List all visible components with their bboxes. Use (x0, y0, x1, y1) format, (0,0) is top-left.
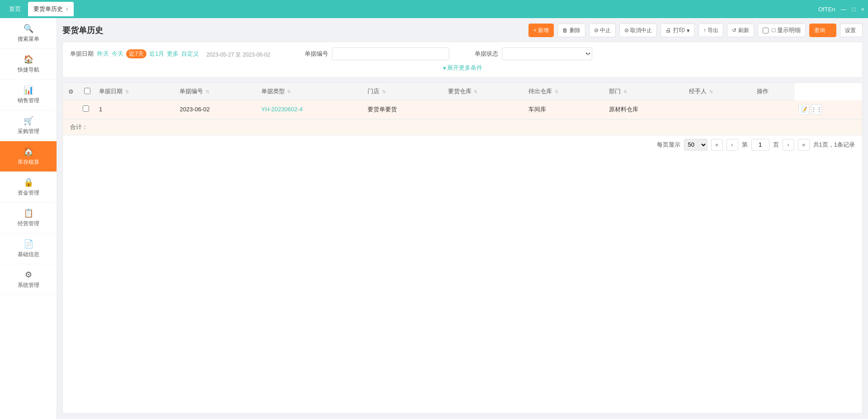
sidebar-item-sales[interactable]: 📊 销售管理 (0, 80, 57, 110)
doc-number-input[interactable] (332, 48, 449, 60)
col-handler: 经手人 ⇅ (685, 83, 753, 100)
print-button[interactable]: 🖨 打印 ▾ (660, 24, 695, 37)
footer-summary: 合计： (63, 119, 862, 135)
sidebar-item-basic-info[interactable]: 📄 基础信息 (0, 233, 57, 264)
last-page-btn[interactable]: » (798, 139, 810, 151)
date-range-text: 2023-05-27 至 2023-06-02 (206, 51, 270, 59)
filter-area: 单据日期 昨天 今天 近7天 近1月 更多 自定义 2023-05-27 至 2… (62, 42, 863, 78)
summary-label: 合计： (70, 124, 88, 130)
date-filter-label: 单据日期 (70, 50, 94, 58)
close-btn[interactable]: × (861, 6, 864, 13)
row-edit-btn[interactable]: 📝 (798, 104, 809, 115)
col-doc-number-label: 单据编号 (179, 88, 203, 95)
tab-home-label: 首页 (9, 5, 21, 13)
row-checkbox[interactable] (83, 105, 89, 112)
settings-button[interactable]: 设置 (840, 24, 863, 37)
expand-chevron-icon: ▾ (443, 65, 446, 71)
delete-button[interactable]: 🗑 删除 (557, 24, 585, 37)
table-body: 1 2023-06-02 YH-20230602-4 要货单要货 (63, 100, 862, 119)
status-dropdown-icon: ▾ (587, 51, 590, 57)
next-page-btn[interactable]: › (783, 139, 794, 151)
data-table: ⚙ 单据日期 ⇅ 单据编号 ⇅ (63, 83, 862, 119)
row-action-cell: 📝 ⋮⋮ (795, 100, 862, 119)
tab-close-icon[interactable]: × (66, 6, 68, 12)
row-settings-cell (63, 100, 79, 119)
sidebar-item-operations[interactable]: 📋 经营管理 (0, 203, 57, 233)
col-checkbox (79, 83, 95, 100)
settings-col-icon[interactable]: ⚙ (68, 88, 74, 95)
col-handler-sort-icon[interactable]: ⇅ (709, 89, 713, 94)
col-action-label: 操作 (757, 88, 769, 95)
status-label: 单据状态 (475, 50, 498, 58)
date-shortcut-1month[interactable]: 近1月 (149, 50, 164, 58)
current-page-input[interactable] (751, 139, 769, 151)
maximize-btn[interactable]: □ (852, 6, 856, 13)
col-store-sort-icon[interactable]: ⇅ (382, 89, 386, 94)
minimize-btn[interactable]: — (841, 6, 847, 13)
col-req-warehouse-sort-icon[interactable]: ⇅ (474, 89, 477, 94)
show-detail-checkbox[interactable] (763, 28, 769, 33)
export-button[interactable]: ↑ 导出 (698, 24, 723, 37)
date-shortcut-today[interactable]: 今天 (112, 50, 123, 58)
select-all-checkbox[interactable] (84, 88, 90, 94)
stop-button[interactable]: ⊘ 中止 (589, 24, 616, 37)
col-doc-number-sort-icon[interactable]: ⇅ (206, 89, 209, 94)
expand-more-btn[interactable]: ▾ 展开更多条件 (443, 64, 482, 72)
col-doc-type: 单据类型 ⇅ (258, 83, 364, 100)
refresh-button[interactable]: ↺ 刷新 (727, 24, 754, 37)
col-doc-date-sort-icon[interactable]: ⇅ (125, 89, 129, 94)
sidebar-item-quick-nav[interactable]: 🏠 快捷导航 (0, 49, 57, 80)
print-arrow-icon: ▾ (687, 27, 690, 34)
row-more-btn[interactable]: ⋮⋮ (811, 104, 822, 115)
col-doc-type-sort-icon[interactable]: ⇅ (287, 89, 291, 94)
row-doc-number-link[interactable]: YH-20230602-4 (261, 106, 303, 113)
col-req-warehouse-label: 要货仓库 (448, 88, 472, 95)
per-page-select[interactable]: 50 10 20 100 (684, 139, 708, 151)
gear-icon: ⚙ (25, 270, 32, 280)
date-shortcut-yesterday[interactable]: 昨天 (97, 50, 109, 58)
row-doc-type: 要货单要货 (368, 106, 397, 113)
filter-row-1: 单据日期 昨天 今天 近7天 近1月 更多 自定义 2023-05-27 至 2… (70, 48, 855, 60)
col-doc-date-label: 单据日期 (99, 88, 123, 95)
sidebar-item-sales-label: 销售管理 (18, 97, 39, 105)
sidebar-item-search-menu[interactable]: 🔍 搜索菜单 (0, 18, 57, 49)
col-dept-label: 部门 (609, 88, 621, 95)
col-doc-date: 单据日期 ⇅ (95, 83, 176, 100)
main-layout: 🔍 搜索菜单 🏠 快捷导航 📊 销售管理 🛒 采购管理 🏠 库存核算 🔒 资金管… (0, 18, 868, 419)
prev-page-btn[interactable]: ‹ (726, 139, 738, 151)
doc-number-filter-group: 单据编号 (305, 48, 449, 60)
query-button[interactable]: 查询 (809, 24, 836, 37)
sidebar-item-inventory[interactable]: 🏠 库存核算 (0, 141, 57, 172)
row-doc-number-cell: YH-20230602-4 (258, 100, 364, 119)
sidebar-item-finance[interactable]: 🔒 资金管理 (0, 172, 57, 203)
date-filter-group: 单据日期 昨天 今天 近7天 近1月 更多 自定义 2023-05-27 至 2… (70, 49, 270, 59)
date-shortcut-custom[interactable]: 自定义 (181, 50, 199, 58)
print-label: 🖨 打印 (665, 26, 685, 34)
row-index: 1 (99, 106, 102, 113)
inventory-icon: 🏠 (24, 147, 33, 157)
sidebar-item-search-menu-label: 搜索菜单 (18, 35, 39, 43)
sidebar-item-system[interactable]: ⚙ 系统管理 (0, 264, 57, 295)
cancel-stop-button[interactable]: ⊘ 取消中止 (619, 24, 657, 37)
table-row: 1 2023-06-02 YH-20230602-4 要货单要货 (63, 100, 862, 119)
status-select[interactable] (502, 48, 592, 60)
home-icon: 🏠 (24, 54, 33, 64)
date-shortcut-more[interactable]: 更多 (167, 50, 179, 58)
sidebar-item-quick-nav-label: 快捷导航 (18, 66, 39, 74)
show-detail-button[interactable]: □ 显示明细 (758, 24, 806, 37)
row-action-btns: 📝 ⋮⋮ (798, 104, 859, 115)
top-bar-right: OfTEn — □ × (818, 6, 864, 13)
tab-home[interactable]: 首页 (4, 2, 26, 16)
col-pending-warehouse-sort-icon[interactable]: ⇅ (555, 89, 558, 94)
row-doc-type-cell: 要货单要货 (364, 100, 444, 119)
doc-number-label: 单据编号 (305, 50, 328, 58)
new-button[interactable]: + 新增 (528, 24, 554, 37)
date-shortcut-7days[interactable]: 近7天 (126, 49, 146, 58)
sidebar-item-purchase[interactable]: 🛒 采购管理 (0, 110, 57, 141)
first-page-btn[interactable]: « (711, 139, 723, 151)
col-dept-sort-icon[interactable]: ⇅ (623, 89, 627, 94)
row-doc-date: 2023-06-02 (179, 106, 210, 113)
row-handler-cell (753, 100, 795, 119)
brand-label: OfTEn (818, 6, 835, 13)
tab-requisition-history[interactable]: 要货单历史 × (28, 2, 74, 16)
